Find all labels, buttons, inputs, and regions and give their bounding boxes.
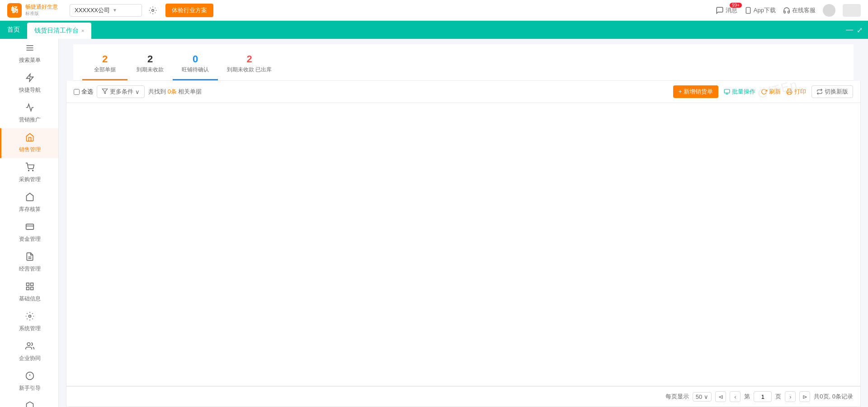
page-size-chevron-icon: ∨ xyxy=(704,393,708,400)
sidebar-item-enterprise[interactable]: 企业协同 xyxy=(0,337,58,367)
found-text: 共找到 0条 相关单据 xyxy=(148,88,202,96)
app-download-button[interactable]: App下载 xyxy=(745,6,776,14)
found-count: 0条 xyxy=(168,88,177,95)
stat-tab-all[interactable]: 2 全部单据 xyxy=(82,50,127,80)
print-button[interactable]: 打印 xyxy=(786,88,806,96)
sidebar-item-app-center[interactable]: 应用中心 xyxy=(0,397,58,407)
sidebar: 搜索菜单 快捷导航 营销推广 销售管理 采购管理 xyxy=(0,39,59,407)
svg-rect-15 xyxy=(31,287,33,290)
experience-button[interactable]: 体验行业方案 xyxy=(165,4,213,17)
company-name: XXXXXX公司 xyxy=(75,6,110,14)
svg-marker-6 xyxy=(27,74,33,82)
message-button[interactable]: 消息 99+ xyxy=(716,6,737,14)
avatar[interactable] xyxy=(823,4,835,17)
filter-icon xyxy=(102,88,108,96)
purchase-icon xyxy=(25,163,34,174)
refresh-button[interactable]: 刷新 xyxy=(761,88,781,96)
search-menu-icon xyxy=(25,43,34,55)
nav-minimize-icon[interactable]: — xyxy=(846,26,853,34)
per-page-label: 每页显示 xyxy=(665,393,689,401)
message-badge: 99+ xyxy=(730,3,742,8)
sidebar-item-sales[interactable]: 销售管理 xyxy=(0,128,58,158)
sidebar-label-system: 系统管理 xyxy=(19,325,41,332)
company-selector[interactable]: XXXXXX公司 ▼ xyxy=(70,4,142,17)
toolbar: 全选 更多条件 ∨ 共找到 0条 相关单据 + 新增销货单 批量操作 xyxy=(66,81,861,103)
page-input[interactable] xyxy=(754,391,772,402)
add-order-button[interactable]: + 新增销货单 xyxy=(673,85,718,98)
nav-actions: — ⤢ xyxy=(846,26,868,34)
svg-marker-21 xyxy=(102,89,108,94)
tab-home[interactable]: 首页 xyxy=(0,21,27,39)
sidebar-item-search-menu[interactable]: 搜索菜单 xyxy=(0,39,58,69)
sidebar-label-purchase: 采购管理 xyxy=(19,176,41,183)
next-page-button[interactable]: › xyxy=(785,391,796,402)
nav-tabs: 首页 钱货日清工作台 × — ⤢ xyxy=(0,21,868,39)
pagination: 每页显示 50 ∨ ⊲ ‹ 第 页 › ⊳ 共0页, 0条记录 xyxy=(66,386,861,407)
page-label: 第 xyxy=(744,393,750,401)
stat-number-pending: 0 xyxy=(193,53,198,65)
tab-daily-work[interactable]: 钱货日清工作台 × xyxy=(27,23,91,39)
prev-page-button[interactable]: ‹ xyxy=(730,391,741,402)
svg-rect-22 xyxy=(724,89,730,93)
user-name[interactable] xyxy=(843,4,861,17)
sidebar-item-marketing[interactable]: 营销推广 xyxy=(0,98,58,128)
sidebar-item-base-info[interactable]: 基础信息 xyxy=(0,277,58,307)
chevron-down-icon: ▼ xyxy=(113,8,117,13)
base-info-icon xyxy=(25,282,34,293)
sidebar-label-guide: 新手引导 xyxy=(19,384,41,392)
settings-button[interactable] xyxy=(146,3,160,18)
app-download-label: App下载 xyxy=(754,6,776,14)
sidebar-item-inventory[interactable]: 库存核算 xyxy=(0,188,58,218)
quick-nav-icon xyxy=(25,73,34,84)
sidebar-item-finance[interactable]: 资金管理 xyxy=(0,218,58,248)
sidebar-item-operations[interactable]: 经营管理 xyxy=(0,248,58,277)
stat-number-all: 2 xyxy=(102,53,108,65)
page-unit: 页 xyxy=(775,393,781,401)
batch-operation-button[interactable]: 批量操作 xyxy=(724,88,755,96)
system-icon xyxy=(25,312,34,323)
toolbar-right: + 新增销货单 批量操作 刷新 打印 切换新版 xyxy=(673,85,853,98)
svg-point-0 xyxy=(152,9,154,11)
logo-area: 畅 畅捷通好生意 标准版 xyxy=(7,3,66,18)
stat-label-all: 全部单据 xyxy=(94,66,116,74)
stat-tab-pending[interactable]: 0 旺铺待确认 xyxy=(173,50,218,80)
sidebar-label-operations: 经营管理 xyxy=(19,265,41,273)
sidebar-label-enterprise: 企业协同 xyxy=(19,355,41,362)
select-all-input[interactable] xyxy=(74,89,80,95)
sidebar-item-system[interactable]: 系统管理 xyxy=(0,307,58,337)
sidebar-label-sales: 销售管理 xyxy=(19,146,41,154)
filter-button[interactable]: 更多条件 ∨ xyxy=(97,85,145,98)
enterprise-icon xyxy=(25,342,34,353)
operations-icon xyxy=(25,252,34,263)
service-button[interactable]: 在线客服 xyxy=(783,6,816,14)
stat-tab-unshipped[interactable]: 2 到期未收款 已出库 xyxy=(218,50,281,80)
logo-text: 畅捷通好生意 xyxy=(25,4,58,11)
sidebar-label-inventory: 库存核算 xyxy=(19,206,41,213)
svg-rect-25 xyxy=(788,92,791,94)
select-all-checkbox[interactable]: 全选 xyxy=(74,88,93,96)
last-page-button[interactable]: ⊳ xyxy=(799,391,810,402)
sidebar-item-purchase[interactable]: 采购管理 xyxy=(0,158,58,188)
table-area xyxy=(66,103,861,386)
page-size-value: 50 xyxy=(696,393,702,400)
nav-expand-icon[interactable]: ⤢ xyxy=(857,26,863,34)
first-page-button[interactable]: ⊲ xyxy=(715,391,726,402)
sidebar-item-guide[interactable]: 新手引导 xyxy=(0,367,58,397)
marketing-icon xyxy=(25,103,34,114)
sidebar-label-base-info: 基础信息 xyxy=(19,295,41,303)
page-size-select[interactable]: 50 ∨ xyxy=(693,392,712,402)
sidebar-item-quick-nav[interactable]: 快捷导航 xyxy=(0,69,58,98)
finance-icon xyxy=(25,222,34,234)
tab-close-icon[interactable]: × xyxy=(81,28,84,33)
guide-icon xyxy=(25,371,34,383)
sidebar-label-quick-nav: 快捷导航 xyxy=(19,86,41,94)
stat-label-pending: 旺铺待确认 xyxy=(182,66,209,74)
svg-point-8 xyxy=(33,170,33,171)
sidebar-label-finance: 资金管理 xyxy=(19,235,41,243)
svg-rect-13 xyxy=(27,283,29,286)
sidebar-label-search-menu: 搜索菜单 xyxy=(19,56,41,64)
svg-rect-9 xyxy=(26,224,34,229)
stat-tab-overdue[interactable]: 2 到期未收款 xyxy=(127,50,173,80)
filter-chevron-icon: ∨ xyxy=(135,89,140,95)
switch-version-button[interactable]: 切换新版 xyxy=(811,85,853,98)
